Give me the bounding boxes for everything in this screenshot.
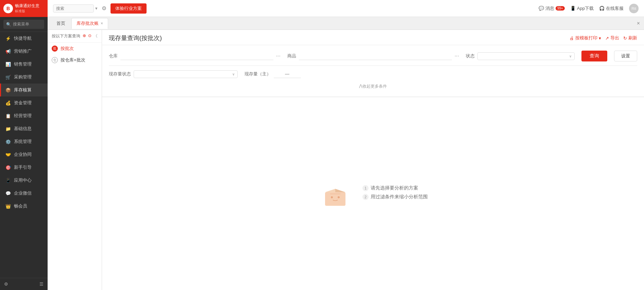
settings-button[interactable]: 设置 [614, 51, 637, 61]
sidebar-item-basic-info[interactable]: 📁 基础信息 [0, 122, 48, 135]
sidebar-item-inventory[interactable]: 📦 库存核算 [0, 84, 48, 96]
svg-point-5 [338, 196, 340, 198]
wechat-icon: 💬 [5, 190, 11, 196]
stock-status-select[interactable]: ∨ [134, 70, 238, 78]
product-filter-group: 商品 ··· [287, 52, 459, 60]
sidebar-header: B 畅康通好生意 标准版 [0, 0, 48, 17]
guide-icon: 🎯 [5, 164, 11, 170]
sidebar-item-operations[interactable]: 📋 经营管理 [0, 109, 48, 122]
warehouse-more-button[interactable]: ··· [276, 53, 281, 59]
vip-icon: 👑 [5, 203, 11, 209]
sidebar-item-purchase[interactable]: 🛒 采购管理 [0, 71, 48, 84]
system-icon: ⚙️ [5, 139, 11, 145]
refresh-icon: ↻ [623, 36, 627, 41]
warehouse-batch-scheme-icon: 仓 [52, 57, 58, 63]
step1-circle: 1 [362, 185, 369, 191]
svg-rect-0 [325, 192, 345, 206]
export-icon: ↗ [605, 36, 609, 41]
empty-state: 1 请先选择要分析的方案 2 用过滤条件来缩小分析范围 [102, 97, 644, 290]
tab-close-button[interactable]: × [101, 21, 103, 25]
stock-qty-filter-group: 现存量（主） — [244, 70, 373, 78]
messages-badge: 99+ [556, 6, 565, 11]
sidebar: B 畅康通好生意 标准版 🔍 搜索菜单 ⚡ 快捷导航 📢 营销推广 📊 销售管理… [0, 0, 48, 290]
app-logo: B [3, 4, 13, 13]
left-panel-header: 按以下方案查询 ⊕ ⊙ 《 [48, 30, 102, 43]
status-chevron-icon: ∨ [569, 54, 572, 58]
step2-circle: 2 [362, 194, 369, 200]
svg-point-4 [331, 196, 333, 198]
warehouse-filter-group: 仓库 ··· [109, 52, 281, 60]
sidebar-item-vip[interactable]: 👑 畅会员 [0, 200, 48, 213]
sidebar-item-wechat[interactable]: 💬 企业微信 [0, 187, 48, 200]
online-service-item[interactable]: 🎧 在线客服 [599, 5, 624, 12]
filter-area: 仓库 ··· 商品 ··· 状态 ∨ [102, 45, 644, 96]
experience-button[interactable]: 体验行业方案 [111, 3, 147, 14]
user-avatar-item[interactable]: Rit [629, 4, 639, 13]
tab-inventory-batch[interactable]: 库存批次账 × [71, 18, 108, 29]
stock-status-label: 现存量状态 [109, 71, 131, 77]
stock-qty-label: 现存量（主） [244, 71, 271, 77]
search-dropdown-icon[interactable]: ▾ [95, 6, 98, 11]
main-area: ▾ ⚙ 体验行业方案 💬 消息 99+ 📱 App下载 🎧 在线客服 Rit [48, 0, 644, 290]
scheme-item-warehouse-batch[interactable]: 仓 按仓库+批次 [48, 54, 102, 66]
messages-item[interactable]: 💬 消息 99+ [539, 5, 565, 12]
sidebar-item-system[interactable]: ⚙️ 系统管理 [0, 135, 48, 148]
app-title: 畅康通好生意 标准版 [15, 3, 39, 14]
menu-footer-icon[interactable]: ☰ [39, 282, 44, 287]
finance-icon: 💰 [5, 100, 11, 106]
topbar-search: ▾ [53, 4, 98, 13]
page-title: 现存量查询(按批次) [109, 34, 162, 42]
scheme-item-batch[interactable]: 批 按批次 [48, 43, 102, 54]
filter-row-1: 仓库 ··· 商品 ··· 状态 ∨ [109, 51, 637, 61]
product-more-button[interactable]: ··· [455, 53, 459, 59]
sidebar-item-finance[interactable]: 💰 资金管理 [0, 96, 48, 109]
filter-row-2: 现存量状态 ∨ 现存量（主） — [109, 70, 637, 78]
right-panel: 现存量查询(按批次) 🖨 按模板打印 ▾ ↗ 导出 ↻ 刷新 [102, 30, 644, 290]
product-input[interactable] [299, 52, 452, 60]
tab-home[interactable]: 首页 [52, 18, 70, 29]
status-label: 状态 [466, 53, 475, 59]
search-menu-button[interactable]: 🔍 搜索菜单 [3, 20, 44, 29]
page-header: 现存量查询(按批次) 🖨 按模板打印 ▾ ↗ 导出 ↻ 刷新 [102, 30, 644, 45]
print-dropdown-icon: ▾ [599, 36, 601, 41]
batch-scheme-icon: 批 [52, 46, 58, 52]
operations-icon: 📋 [5, 113, 11, 119]
sidebar-item-guide[interactable]: 🎯 新手引导 [0, 161, 48, 174]
add-scheme-icon[interactable]: ⊕ [83, 33, 86, 39]
search-icon: 🔍 [6, 22, 11, 27]
export-action[interactable]: ↗ 导出 [605, 35, 619, 41]
search-input[interactable] [53, 4, 94, 13]
sidebar-item-quick-nav[interactable]: ⚡ 快捷导航 [0, 32, 48, 45]
topbar-right: 💬 消息 99+ 📱 App下载 🎧 在线客服 Rit [539, 4, 639, 13]
collapse-left-icon[interactable]: 《 [94, 33, 98, 39]
svg-marker-2 [335, 189, 345, 192]
close-panel-button[interactable]: × [637, 20, 640, 26]
warehouse-input[interactable] [120, 52, 273, 60]
left-panel-icons: ⊕ ⊙ 《 [83, 33, 98, 39]
collapse-filters-button[interactable]: ⋀ 收起更多条件 [109, 82, 637, 91]
quick-nav-icon: ⚡ [5, 35, 11, 41]
enterprise-icon: 🤝 [5, 151, 11, 158]
stock-qty-value: — [274, 70, 301, 78]
marketing-icon: 📢 [5, 48, 11, 54]
scheme-settings-icon[interactable]: ⊙ [88, 33, 91, 39]
sidebar-navigation: ⚡ 快捷导航 📢 营销推广 📊 销售管理 🛒 采购管理 📦 库存核算 💰 资金管… [0, 32, 48, 278]
sidebar-item-app-center[interactable]: 📱 应用中心 [0, 174, 48, 187]
sidebar-item-marketing[interactable]: 📢 营销推广 [0, 45, 48, 58]
query-button[interactable]: 查询 [581, 51, 607, 61]
status-select[interactable]: ∨ [477, 52, 575, 60]
sidebar-item-enterprise[interactable]: 🤝 企业协同 [0, 148, 48, 161]
sidebar-item-sales[interactable]: 📊 销售管理 [0, 58, 48, 71]
print-action[interactable]: 🖨 按模板打印 ▾ [570, 35, 601, 41]
stock-status-chevron-icon: ∨ [232, 72, 235, 76]
refresh-action[interactable]: ↻ 刷新 [623, 35, 637, 41]
topbar: ▾ ⚙ 体验行业方案 💬 消息 99+ 📱 App下载 🎧 在线客服 Rit [48, 0, 644, 17]
warehouse-label: 仓库 [109, 53, 118, 59]
settings-icon[interactable]: ⚙ [102, 5, 106, 12]
page-actions: 🖨 按模板打印 ▾ ↗ 导出 ↻ 刷新 [570, 35, 637, 41]
filter-divider [109, 66, 637, 66]
settings-footer-icon[interactable]: ⚙ [4, 282, 8, 287]
message-icon: 💬 [539, 6, 544, 11]
basic-info-icon: 📁 [5, 126, 11, 132]
app-download-item[interactable]: 📱 App下载 [570, 5, 594, 12]
